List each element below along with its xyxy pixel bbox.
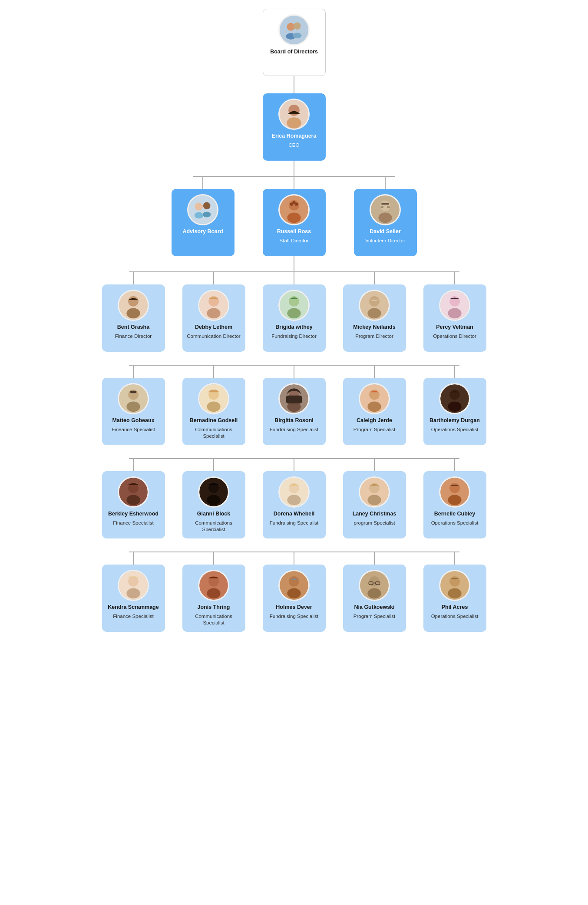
avatar-advisory — [187, 194, 218, 225]
svg-point-12 — [203, 212, 211, 218]
node-bernadine[interactable]: Bernadine Godsell Communications Special… — [181, 378, 246, 445]
avatar-holmes — [278, 570, 310, 601]
svg-rect-23 — [380, 207, 383, 208]
node-bernelle-name: Bernelle Cubley — [434, 510, 475, 517]
node-jonis[interactable]: Jonis Thring Communications Specialist — [181, 565, 246, 632]
node-bernelle-title: Operations Specialist — [431, 520, 479, 526]
node-caleigh[interactable]: Caleigh Jerde Program Specialist — [342, 378, 407, 445]
svg-point-89 — [449, 576, 460, 587]
svg-point-79 — [289, 576, 299, 587]
svg-point-27 — [126, 308, 140, 318]
node-gianni-name: Gianni Block — [197, 510, 230, 517]
node-bartholemy-name: Bartholemy Durgan — [429, 417, 480, 424]
svg-point-4 — [293, 33, 301, 38]
node-bartholemy-title: Operations Specialist — [431, 426, 479, 433]
node-brigida-name: Brigida withey — [275, 324, 312, 330]
svg-point-83 — [369, 576, 380, 587]
node-dorena-title: Fundraising Specialist — [270, 520, 319, 526]
node-jonis-name: Jonis Thring — [198, 604, 230, 611]
node-bernelle[interactable]: Bernelle Cubley Operations Specialist — [422, 471, 487, 538]
node-berkley[interactable]: Berkley Esherwood Finance Specialist — [101, 471, 166, 538]
svg-point-71 — [448, 495, 461, 505]
avatar-david — [370, 194, 401, 225]
avatar-jonis — [198, 570, 229, 601]
avatar-russell — [278, 194, 310, 225]
svg-point-42 — [126, 401, 140, 412]
svg-point-11 — [195, 212, 203, 219]
node-nia-title: Program Specialist — [353, 613, 396, 620]
node-mickey-name: Mickey Neilands — [353, 324, 395, 330]
svg-point-62 — [207, 495, 220, 505]
svg-point-15 — [287, 212, 301, 223]
node-bent-name: Bent Grasha — [117, 324, 149, 330]
svg-point-68 — [367, 495, 381, 505]
node-advisory[interactable]: Advisory Board — [170, 189, 235, 256]
node-russell-title: Staff Director — [280, 238, 309, 244]
avatar-nia — [359, 570, 390, 601]
col-russell: Russell Ross Staff Director — [255, 176, 333, 256]
node-holmes[interactable]: Holmes Dever Fundraising Specialist — [261, 565, 327, 632]
node-david[interactable]: David Seller Volunteer Director — [353, 189, 418, 256]
node-nia[interactable]: Nia Gutkoewski Program Specialist — [342, 565, 407, 632]
node-debby-name: Debby Lethem — [195, 324, 232, 330]
avatar-kendra — [118, 570, 149, 601]
node-birgitta[interactable]: Birgitta Rosoni Fundraising Specialist — [261, 378, 327, 445]
node-kendra[interactable]: Kendra Scrammage Finance Specialist — [101, 565, 166, 632]
node-bent[interactable]: Bent Grasha Finance Director — [101, 284, 166, 352]
node-bernadine-title: Communications Specialist — [186, 426, 242, 439]
svg-point-2 — [294, 23, 301, 30]
node-percy[interactable]: Percy Veltman Operations Director — [422, 284, 487, 352]
node-laney[interactable]: Laney Christmas program Specialist — [342, 471, 407, 538]
avatar-bernelle — [439, 476, 470, 508]
node-debby[interactable]: Debby Lethem Communication Director — [181, 284, 246, 352]
svg-point-77 — [207, 588, 220, 598]
node-brigida[interactable]: Brigida withey Fundraising Director — [261, 284, 327, 352]
avatar-ceo — [278, 99, 310, 130]
level-1: Erica Romaguera CEO — [261, 93, 327, 161]
node-mickey[interactable]: Mickey Neilands Program Director — [342, 284, 407, 352]
node-berkley-title: Finance Specialist — [113, 520, 153, 526]
node-caleigh-name: Caleigh Jerde — [357, 417, 392, 424]
node-ceo-title: CEO — [289, 142, 300, 149]
avatar-matteo — [118, 383, 149, 414]
avatar-brigida — [278, 290, 310, 321]
node-russell-name: Russell Ross — [277, 228, 311, 235]
svg-point-7 — [287, 117, 301, 129]
node-bartholemy[interactable]: Bartholemy Durgan Operations Specialist — [422, 378, 487, 445]
svg-point-1 — [287, 23, 295, 31]
svg-point-10 — [203, 202, 211, 210]
node-debby-title: Communication Director — [187, 333, 240, 340]
node-birgitta-title: Fundraising Specialist — [270, 426, 319, 433]
svg-rect-22 — [381, 203, 389, 205]
node-ceo[interactable]: Erica Romaguera CEO — [261, 93, 327, 161]
svg-point-35 — [369, 296, 380, 307]
svg-point-55 — [449, 390, 460, 400]
avatar-mickey — [359, 290, 390, 321]
svg-point-74 — [126, 588, 140, 598]
node-holmes-title: Fundraising Specialist — [270, 613, 319, 620]
node-russell[interactable]: Russell Ross Staff Director — [261, 189, 327, 256]
node-ceo-name: Erica Romaguera — [272, 132, 317, 139]
node-matteo[interactable]: Matteo Gobeaux Fineance Specialist — [101, 378, 166, 445]
svg-point-84 — [367, 588, 381, 598]
node-dorena-name: Dorena Whebell — [274, 510, 314, 517]
col-david: David Seller Volunteer Director — [346, 176, 424, 256]
avatar-berkley — [118, 476, 149, 508]
org-chart: Board of Directors Erica Romaguera CEO — [0, 0, 588, 641]
svg-point-30 — [207, 308, 220, 318]
node-dorena[interactable]: Dorena Whebell Fundraising Specialist — [261, 471, 327, 538]
svg-point-38 — [449, 296, 460, 307]
node-gianni[interactable]: Gianni Block Communications Spercialist — [181, 471, 246, 538]
node-nia-name: Nia Gutkoewski — [354, 604, 394, 611]
avatar-birgitta — [278, 383, 310, 414]
node-david-name: David Seller — [370, 228, 401, 235]
svg-point-73 — [128, 576, 139, 587]
node-board[interactable]: Board of Directors — [261, 9, 327, 76]
svg-point-90 — [448, 588, 461, 598]
svg-point-36 — [367, 308, 381, 318]
node-phil[interactable]: Phil Acres Operations Specialist — [422, 565, 487, 632]
node-jonis-title: Communications Specialist — [186, 613, 242, 626]
svg-point-46 — [207, 401, 220, 412]
node-birgitta-name: Birgitta Rosoni — [274, 417, 314, 424]
avatar-board — [278, 14, 310, 46]
